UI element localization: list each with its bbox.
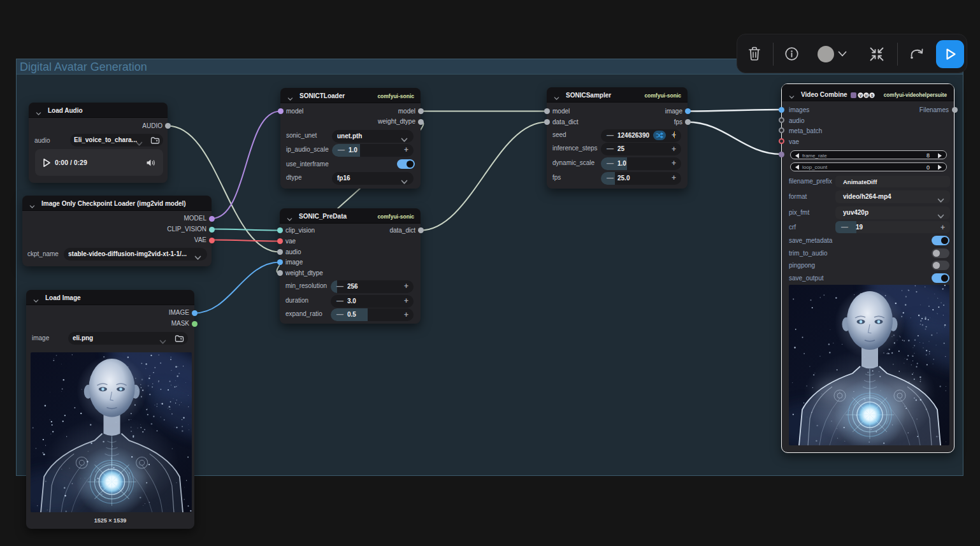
svg-text:S: S bbox=[871, 94, 874, 97]
svg-text:H: H bbox=[865, 94, 868, 97]
svg-text:V: V bbox=[860, 94, 862, 97]
